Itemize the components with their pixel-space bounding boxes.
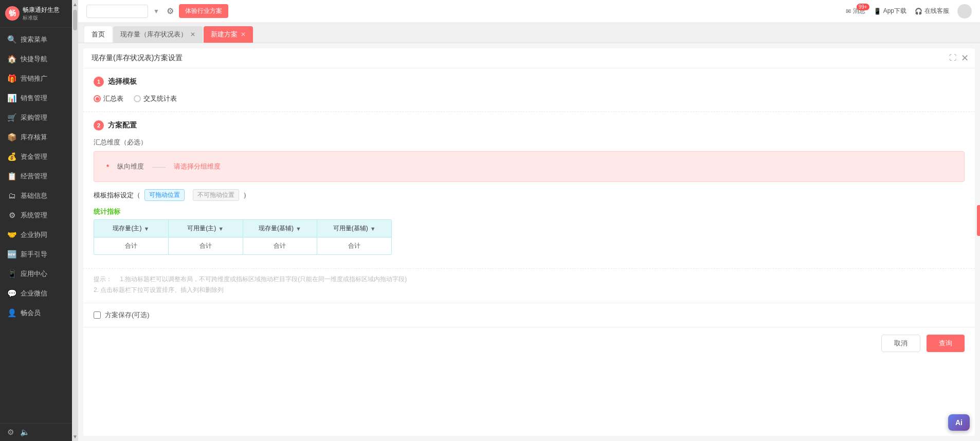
tab-inventory-status[interactable]: 现存量（库存状况表）✕ (113, 26, 203, 43)
topbar-right: ✉ 消息 99+ 📱 App下载 🎧 在线客服 (846, 4, 972, 19)
enterprise-icon: 🤝 (7, 230, 16, 240)
marketing-icon: 🎁 (7, 74, 16, 83)
stats-col-header-3[interactable]: 可用量(基辅) ▼ (317, 220, 391, 237)
sidebar-item-shortcut[interactable]: 🏠快捷导航 (0, 49, 72, 69)
sidebar-nav: 🔍搜索菜单🏠快捷导航🎁营销推广📊销售管理🛒采购管理📦库存核算💰资金管理📋经营管理… (0, 28, 72, 423)
section2-num: 2 (94, 120, 104, 131)
sidebar-label-apps: 应用中心 (21, 269, 47, 279)
ai-button[interactable]: Ai (948, 414, 970, 431)
panel-title: 现存量(库存状况表)方案设置 (92, 53, 183, 63)
sidebar-item-marketing[interactable]: 🎁营销推广 (0, 69, 72, 88)
required-mark: * (106, 163, 109, 171)
tab-home[interactable]: 首页 (84, 26, 112, 43)
tab-close-inventory-status[interactable]: ✕ (190, 31, 195, 38)
col-dropdown-3[interactable]: ▼ (370, 226, 376, 232)
scroll-thumb[interactable] (73, 10, 77, 30)
sidebar-item-finance[interactable]: 💰资金管理 (0, 147, 72, 167)
radio-summary-circle (94, 95, 101, 102)
stats-col-1: 可用量(主) ▼合计 (169, 220, 243, 254)
operation-icon: 📋 (7, 172, 16, 181)
topbar-search[interactable] (86, 5, 148, 18)
stats-col-cell-2: 合计 (243, 237, 317, 254)
cancel-button[interactable]: 取消 (881, 335, 920, 352)
topbar-customer-service[interactable]: 🎧 在线客服 (915, 7, 949, 15)
sidebar-label-search: 搜索菜单 (21, 35, 47, 44)
topbar-message[interactable]: ✉ 消息 99+ (846, 7, 865, 15)
section2-label: 方案配置 (108, 121, 137, 130)
basic-icon: 🗂 (7, 191, 16, 200)
tab-label-home: 首页 (92, 30, 105, 39)
stats-col-header-1[interactable]: 可用量(主) ▼ (169, 220, 243, 237)
topbar-dropdown-icon[interactable]: ▼ (153, 8, 159, 15)
user-avatar[interactable] (957, 4, 972, 19)
tab-new-plan[interactable]: 新建方案✕ (204, 26, 253, 43)
section1-num: 1 (94, 77, 104, 87)
phone-icon: 📱 (874, 8, 881, 15)
sidebar-item-operation[interactable]: 📋经营管理 (0, 167, 72, 186)
sidebar-item-enterprise[interactable]: 🤝企业协同 (0, 225, 72, 245)
indicators-section: 模板指标设定（ 可拖动位置 不可拖动位置 ） 统计指标 现存量(主) ▼合计可用… (94, 189, 965, 255)
sidebar-label-basic: 基础信息 (21, 191, 47, 200)
save-checkbox[interactable] (94, 311, 101, 319)
sidebar-item-apps[interactable]: 📱应用中心 (0, 264, 72, 284)
topbar-app-download[interactable]: 📱 App下载 (874, 7, 906, 15)
radio-summary[interactable]: 汇总表 (94, 94, 123, 103)
topbar-gear-icon[interactable]: ⚙ (167, 6, 174, 16)
sidebar-logo: 畅 畅康通好生意 标准版 (0, 0, 72, 28)
message-icon: ✉ (846, 8, 851, 15)
logo-icon: 畅 (5, 6, 20, 21)
scroll-track (72, 9, 78, 432)
radio-cross-label: 交叉统计表 (143, 94, 177, 103)
stats-col-cell-0: 合计 (94, 237, 168, 254)
stats-table: 现存量(主) ▼合计可用量(主) ▼合计现存量(基辅) ▼合计可用量(基辅) ▼… (94, 219, 392, 255)
stats-col-cell-3: 合计 (317, 237, 391, 254)
sidebar-item-system[interactable]: ⚙系统管理 (0, 206, 72, 225)
inventory-icon: 📦 (7, 133, 16, 142)
col-dropdown-1[interactable]: ▼ (218, 226, 224, 232)
sidebar-label-wechat: 企业微信 (21, 289, 47, 298)
settings-icon[interactable]: ⚙ (7, 428, 14, 437)
scroll-down[interactable]: ▼ (72, 432, 78, 441)
sidebar-label-system: 系统管理 (21, 211, 47, 220)
sidebar-item-member[interactable]: 👤畅会员 (0, 303, 72, 323)
radio-cross[interactable]: 交叉统计表 (134, 94, 177, 103)
stats-label: 统计指标 (94, 207, 965, 216)
sidebar-scrollbar[interactable]: ▲ ▼ (72, 0, 78, 441)
sidebar-label-inventory: 库存核算 (21, 133, 47, 142)
search-icon: 🔍 (7, 35, 16, 44)
section1-label: 选择模板 (108, 77, 137, 86)
system-icon: ⚙ (7, 211, 16, 220)
col-dropdown-2[interactable]: ▼ (296, 226, 301, 232)
tab-close-new-plan[interactable]: ✕ (241, 31, 246, 38)
dimension-placeholder[interactable]: 请选择分组维度 (174, 162, 221, 171)
sidebar-item-inventory[interactable]: 📦库存核算 (0, 127, 72, 147)
sidebar-item-basic[interactable]: 🗂基础信息 (0, 186, 72, 206)
stats-col-3: 可用量(基辅) ▼合计 (317, 220, 391, 254)
guide-icon: 🆕 (7, 250, 16, 259)
tip1-text: 1.拖动标题栏可以调整布局，不可跨维度或指标区域拖动栏目字段(只能在同一维度或指… (120, 275, 407, 283)
tabbar: 首页现存量（库存状况表）✕新建方案✕ (78, 23, 980, 43)
stats-col-header-0[interactable]: 现存量(主) ▼ (94, 220, 168, 237)
sidebar-item-purchase[interactable]: 🛒采购管理 (0, 108, 72, 127)
panel-expand-icon[interactable]: ⛶ (949, 53, 956, 62)
sidebar-item-guide[interactable]: 🆕新手引导 (0, 245, 72, 264)
query-button[interactable]: 查询 (927, 335, 965, 352)
radio-cross-circle (134, 95, 141, 102)
section-template: 1 选择模板 汇总表 交叉统计表 (83, 68, 975, 112)
experience-btn[interactable]: 体验行业方案 (179, 4, 228, 18)
sidebar-item-sales[interactable]: 📊销售管理 (0, 88, 72, 108)
panel-close-btn[interactable]: ✕ (961, 52, 969, 64)
content-area: 现存量(库存状况表)方案设置 ⛶ ✕ 1 选择模板 汇总表 交叉 (78, 43, 980, 441)
sidebar-item-search[interactable]: 🔍搜索菜单 (0, 30, 72, 49)
sidebar-label-member: 畅会员 (21, 308, 41, 318)
stats-col-cell-1: 合计 (169, 237, 243, 254)
col-dropdown-0[interactable]: ▼ (143, 226, 149, 232)
scroll-up[interactable]: ▲ (72, 0, 78, 9)
sidebar-label-sales: 销售管理 (21, 94, 47, 103)
stats-col-header-2[interactable]: 现存量(基辅) ▼ (243, 220, 317, 237)
audio-icon[interactable]: 🔈 (20, 428, 30, 437)
sidebar-item-wechat[interactable]: 💬企业微信 (0, 284, 72, 303)
sidebar-label-finance: 资金管理 (21, 152, 47, 161)
stats-header-row: 现存量(主) ▼合计可用量(主) ▼合计现存量(基辅) ▼合计可用量(基辅) ▼… (94, 220, 391, 254)
indicators-label: 模板指标设定（ 可拖动位置 不可拖动位置 ） (94, 189, 965, 201)
